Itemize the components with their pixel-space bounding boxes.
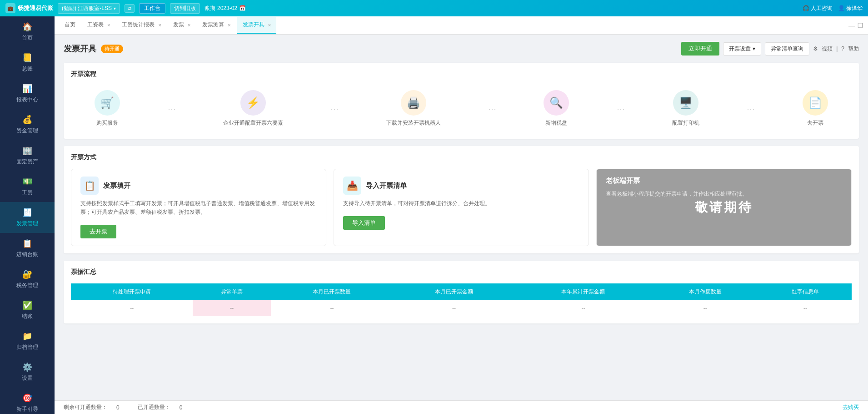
opened-value: 0: [180, 404, 183, 411]
sidebar-item-home-label: 首页: [22, 34, 33, 42]
copy-button[interactable]: ⧉: [125, 4, 135, 13]
method-fill-title: 发票填开: [103, 182, 130, 190]
tab-salary-report-close[interactable]: ×: [158, 22, 161, 28]
sidebar-item-purchase[interactable]: 📋 进销台账: [0, 233, 55, 264]
sidebar-item-settings-label: 设置: [22, 374, 33, 382]
arrow-2-icon: ⋯: [330, 104, 339, 114]
sidebar-item-settings[interactable]: ⚙️ 设置: [0, 357, 55, 388]
summary-table: 待处理开票申请 异常单票 本月已开票数量 本月已开票金额 本年累计开票金额 本月…: [71, 283, 852, 316]
tab-minimize-icon[interactable]: —: [848, 22, 855, 29]
tab-restore-icon[interactable]: ❐: [858, 22, 863, 29]
period-value: 2023-02: [217, 5, 237, 11]
app-logo: 💼 畅捷通易代账: [5, 3, 53, 13]
step-config-enterprise[interactable]: ⚡ 企业开通配置开票六要素: [223, 90, 283, 127]
sidebar-item-salary[interactable]: 💵 工资: [0, 171, 55, 202]
step-add-taxbox[interactable]: 🔍 新增税盘: [544, 90, 569, 127]
sidebar-item-tax[interactable]: 🔐 税务管理: [0, 264, 55, 295]
sidebar: 🏠 首页 📒 总账 📊 报表中心 💰 资金管理 🏢 固定资产 💵 工资 🧾 发票…: [0, 16, 55, 414]
tab-invoice-open-close[interactable]: ×: [268, 22, 271, 28]
sidebar-item-archive-label: 归档管理: [16, 343, 38, 351]
sidebar-item-invoice-label: 发票管理: [16, 220, 38, 227]
company-selector[interactable]: (勉励) 江西服室-LSS ▾: [58, 3, 120, 14]
step-open-invoice[interactable]: 📄 去开票: [803, 90, 828, 127]
sidebar-item-invoice[interactable]: 🧾 发票管理: [0, 202, 55, 233]
tab-salary-report[interactable]: 工资统计报表 ×: [116, 17, 166, 34]
company-name: (勉励) 江西服室-LSS: [62, 5, 112, 12]
method-fill-header: 📋 发票填开: [80, 177, 317, 195]
import-invoice-button[interactable]: 导入清单: [343, 216, 385, 230]
user-profile-btn[interactable]: 👤 徐泽华: [838, 5, 863, 12]
tab-salary-table-close[interactable]: ×: [107, 22, 110, 28]
abnormal-query-button[interactable]: 异常清单查询: [765, 42, 809, 56]
header-info: ⚙ 视频 | ? 帮助: [813, 45, 859, 53]
view-icon: ⚙: [813, 45, 818, 52]
page-title-area: 发票开具 待开通: [64, 43, 123, 54]
remaining-label: 剩余可开通数量：: [64, 404, 107, 411]
tab-invoice-calc-close[interactable]: ×: [228, 22, 230, 28]
buy-link[interactable]: 去购买: [843, 404, 859, 411]
sidebar-item-reports[interactable]: 📊 报表中心: [0, 78, 55, 109]
arrow-3-icon: ⋯: [488, 104, 496, 114]
tab-home[interactable]: 首页: [59, 17, 81, 34]
help-icon: ?: [841, 45, 844, 52]
app-logo-icon: 💼: [5, 3, 15, 13]
sidebar-item-salary-label: 工资: [22, 189, 33, 197]
sidebar-item-funds-label: 资金管理: [16, 127, 38, 135]
summary-section: 票据汇总 待处理开票申请 异常单票 本月已开票数量 本月已开票金额 本年累计开票…: [64, 261, 859, 323]
help-label: 帮助: [848, 45, 859, 53]
ticket-settings-button[interactable]: 开票设置 ▾: [723, 42, 761, 56]
cell-year-amount: --: [515, 300, 652, 316]
sidebar-item-settlement[interactable]: ✅ 结账: [0, 295, 55, 326]
coming-soon-text: 敬请期待: [695, 199, 753, 216]
username-label: 徐泽华: [846, 5, 863, 12]
sidebar-item-funds[interactable]: 💰 资金管理: [0, 109, 55, 140]
step-buy-service[interactable]: 🛒 购买服务: [95, 90, 120, 127]
immediate-open-button[interactable]: 立即开通: [681, 42, 719, 56]
settings-arrow-icon: ▾: [753, 45, 755, 52]
col-pending: 待处理开票申请: [71, 283, 193, 300]
step-add-taxbox-label: 新增税盘: [545, 119, 567, 127]
switch-version-button[interactable]: 切到旧版: [170, 3, 200, 14]
workspace-button[interactable]: 工作台: [139, 3, 165, 14]
step-config-printer[interactable]: 🖥️ 配置打印机: [672, 90, 699, 127]
page-header: 发票开具 待开通 立即开通 开票设置 ▾ 异常清单查询 ⚙ 视频 | ?: [64, 42, 859, 56]
sidebar-item-ledger-label: 总账: [22, 65, 33, 73]
tab-invoice-list[interactable]: 发票 ×: [168, 17, 196, 34]
step-buy-service-icon: 🛒: [95, 90, 120, 116]
method-boss-title: 老板端开票: [606, 177, 640, 185]
step-config-enterprise-icon: ⚡: [240, 90, 266, 116]
sidebar-item-home[interactable]: 🏠 首页: [0, 16, 55, 47]
guide-icon: 🎯: [22, 393, 32, 403]
calendar-icon[interactable]: 📅: [239, 5, 246, 11]
col-month-amount: 本月已开票金额: [393, 283, 515, 300]
tab-invoice-calc[interactable]: 发票测算 ×: [197, 17, 236, 34]
tab-bar: 首页 工资表 × 工资统计报表 × 发票 × 发票测算 × 发票开具 ×: [55, 16, 868, 35]
col-void-count: 本月作废数量: [652, 283, 759, 300]
salary-icon: 💵: [22, 177, 32, 187]
summary-header-row: 待处理开票申请 异常单票 本月已开票数量 本月已开票金额 本年累计开票金额 本月…: [71, 283, 852, 300]
col-month-count: 本月已开票数量: [271, 283, 393, 300]
sidebar-item-ledger[interactable]: 📒 总账: [0, 47, 55, 78]
method-boss-header: 老板端开票: [606, 177, 842, 185]
sidebar-item-assets-label: 固定资产: [16, 158, 38, 166]
step-buy-service-label: 购买服务: [96, 119, 118, 127]
step-download-robot[interactable]: 🖨️ 下载并安装开票机器人: [386, 90, 441, 127]
sidebar-item-assets[interactable]: 🏢 固定资产: [0, 140, 55, 171]
opened-separator: 已开通数量：: [138, 404, 170, 411]
fill-invoice-button[interactable]: 去开票: [80, 225, 116, 238]
cell-void-count: --: [652, 300, 759, 316]
sidebar-item-guide[interactable]: 🎯 新手引导: [0, 388, 55, 414]
tab-salary-table[interactable]: 工资表 ×: [82, 17, 115, 34]
customer-service-btn[interactable]: 🎧 人工咨询: [803, 5, 833, 12]
archive-icon: 📁: [22, 331, 32, 341]
method-card-boss: 老板端开票 查看老板端小程序提交的开票申请，并作出相应处理审批。 敬请期待: [596, 169, 852, 246]
tab-bar-actions: — ❐: [848, 22, 863, 29]
tab-invoice-list-close[interactable]: ×: [188, 22, 190, 28]
tab-invoice-open[interactable]: 发票开具 ×: [237, 17, 276, 34]
invoice-methods: 📋 发票填开 支持按照发票样式手工填写开发票；可开具增值税电子普通发票、增值税普…: [71, 169, 852, 246]
funds-icon: 💰: [22, 115, 32, 125]
tab-home-label: 首页: [65, 21, 75, 29]
content-area: 首页 工资表 × 工资统计报表 × 发票 × 发票测算 × 发票开具 ×: [55, 16, 868, 414]
sidebar-item-archive[interactable]: 📁 归档管理: [0, 326, 55, 357]
assets-icon: 🏢: [22, 146, 32, 156]
